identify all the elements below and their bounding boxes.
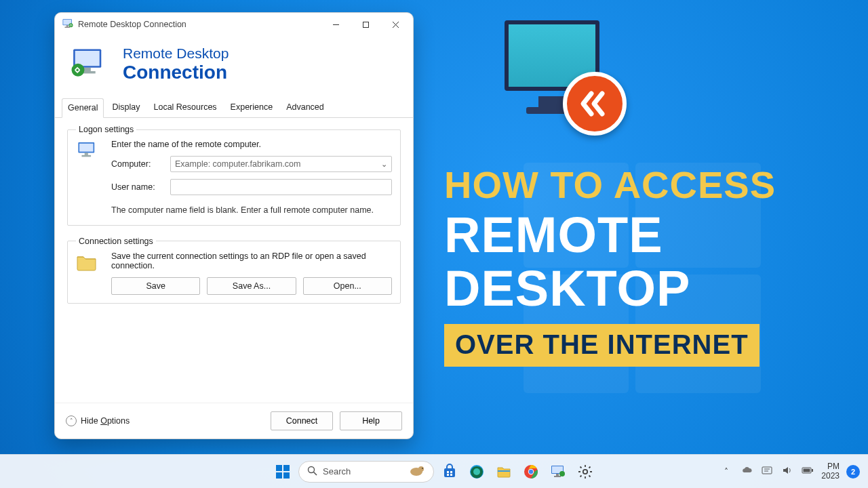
tab-experience[interactable]: Experience [225, 98, 279, 117]
tray-overflow-icon[interactable]: ˄ [719, 467, 733, 476]
promo-line2b: DESKTOP [444, 264, 844, 314]
connection-settings-group: Connection settings Save the current con… [67, 237, 401, 304]
svg-rect-16 [85, 153, 88, 155]
promo-line1: HOW TO ACCESS [444, 163, 844, 207]
hide-options-link[interactable]: ˄ Hide Options [66, 415, 130, 426]
rdc-hero-icon [70, 46, 111, 83]
minimize-button[interactable] [321, 15, 351, 34]
svg-point-13 [72, 64, 85, 77]
start-button[interactable] [271, 460, 294, 483]
svg-point-37 [529, 469, 533, 473]
chevron-down-icon: ⌄ [381, 160, 387, 169]
hide-options-label: Hide Options [81, 416, 130, 426]
search-icon [307, 466, 317, 478]
svg-rect-29 [450, 471, 452, 473]
remote-app-illustration [505, 20, 631, 146]
promo-bar: OVER THE INTERNET [444, 324, 760, 367]
tab-general[interactable]: General [62, 98, 104, 118]
window-title: Remote Desktop Connection [78, 20, 186, 29]
taskbar-chrome-icon[interactable] [519, 460, 542, 483]
help-button[interactable]: Help [340, 411, 402, 430]
svg-point-26 [422, 468, 423, 469]
svg-rect-40 [556, 474, 559, 476]
search-placeholder: Search [323, 466, 351, 476]
tray-volume-icon[interactable] [781, 465, 794, 478]
app-icon [62, 18, 74, 32]
svg-rect-21 [283, 472, 290, 479]
svg-rect-2 [66, 25, 68, 26]
svg-rect-49 [804, 469, 810, 472]
computer-label: Computer: [111, 159, 162, 169]
computer-icon [76, 152, 99, 162]
svg-rect-44 [762, 467, 772, 474]
tab-display[interactable]: Display [106, 98, 145, 117]
taskbar-search[interactable]: Search [298, 461, 434, 483]
svg-rect-17 [82, 155, 92, 157]
tray-language-icon[interactable] [760, 465, 774, 478]
svg-rect-30 [447, 474, 449, 476]
header-line1: Remote Desktop [123, 45, 229, 62]
taskbar-rdc-icon[interactable] [547, 460, 570, 483]
svg-point-33 [473, 468, 480, 475]
search-animal-icon [408, 464, 425, 479]
open-button[interactable]: Open... [303, 277, 392, 295]
desktop-background: HOW TO ACCESS REMOTE DESKTOP OVER THE IN… [0, 0, 868, 488]
tab-local-resources[interactable]: Local Resources [148, 98, 222, 117]
taskbar-store-icon[interactable] [438, 460, 461, 483]
logon-hint: The computer name field is blank. Enter … [111, 205, 392, 217]
conn-prompt: Save the current connection settings to … [111, 251, 392, 270]
save-button[interactable]: Save [111, 277, 200, 295]
logon-settings-group: Logon settings Enter t [67, 125, 401, 226]
tray-onedrive-icon[interactable] [740, 465, 753, 478]
tab-strip: General Display Local Resources Experien… [55, 98, 413, 118]
connect-button[interactable]: Connect [271, 411, 333, 430]
footer: ˄ Hide Options Connect Help [55, 403, 413, 439]
logon-prompt: Enter the name of the remote computer. [111, 140, 392, 149]
taskbar-explorer-icon[interactable] [492, 460, 515, 483]
header-line2: Connection [123, 62, 229, 83]
titlebar[interactable]: Remote Desktop Connection [55, 13, 413, 36]
promo-line2a: REMOTE [444, 211, 844, 260]
svg-point-42 [559, 471, 565, 476]
promo-title-block: HOW TO ACCESS REMOTE DESKTOP OVER THE IN… [444, 163, 844, 367]
header-band: Remote Desktop Connection [55, 36, 413, 98]
save-as-button[interactable]: Save As... [207, 277, 296, 295]
svg-rect-6 [363, 22, 368, 27]
svg-point-25 [418, 466, 424, 472]
svg-rect-19 [283, 465, 290, 471]
svg-rect-27 [444, 468, 455, 477]
svg-rect-41 [554, 476, 561, 477]
tab-advanced[interactable]: Advanced [281, 98, 330, 117]
computer-placeholder: Example: computer.fabrikam.com [175, 159, 301, 169]
svg-rect-48 [812, 469, 813, 472]
remote-badge-icon [563, 72, 627, 136]
rdc-window: Remote Desktop Connection [54, 12, 414, 439]
close-button[interactable] [380, 15, 410, 34]
svg-rect-18 [276, 465, 282, 471]
svg-point-22 [309, 466, 315, 472]
tab-body: Logon settings Enter t [55, 118, 413, 403]
folder-icon [76, 264, 98, 274]
svg-rect-34 [498, 470, 510, 472]
svg-rect-20 [276, 472, 282, 479]
svg-rect-28 [447, 471, 449, 473]
chevron-up-icon: ˄ [66, 415, 77, 426]
username-label: User name: [111, 182, 162, 192]
system-tray: ˄ PM 2023 2 [719, 462, 860, 480]
maximize-button[interactable] [351, 15, 380, 34]
conn-legend: Connection settings [76, 237, 156, 246]
svg-line-23 [314, 472, 317, 475]
computer-combobox[interactable]: Example: computer.fabrikam.com ⌄ [170, 156, 392, 172]
svg-rect-15 [79, 144, 93, 152]
svg-rect-3 [65, 26, 71, 28]
taskbar-clock[interactable]: PM 2023 [821, 462, 840, 480]
notification-badge[interactable]: 2 [846, 465, 860, 479]
taskbar-edge-icon[interactable] [465, 460, 488, 483]
logon-legend: Logon settings [76, 125, 136, 134]
taskbar-settings-icon[interactable] [574, 460, 597, 483]
svg-point-43 [583, 469, 587, 473]
username-input[interactable] [170, 179, 392, 195]
taskbar: Search [0, 454, 868, 488]
svg-rect-11 [84, 68, 91, 71]
tray-battery-icon[interactable] [801, 466, 814, 476]
